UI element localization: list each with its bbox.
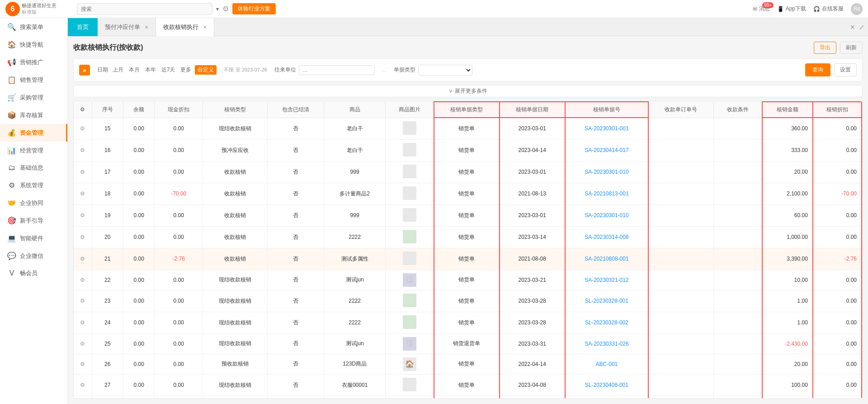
cancel-no-link[interactable]: SA-20230301-010 [585, 169, 628, 175]
sidebar-item-member[interactable]: V 畅会员 [0, 265, 67, 282]
row-cancel-no[interactable]: SA-20230414-017 [565, 139, 648, 161]
row-settings[interactable]: ⚙ [74, 312, 92, 333]
gear-button[interactable]: ⚙ [222, 5, 229, 13]
row-cancel-no[interactable]: SA-20230301-001 [565, 118, 648, 139]
sidebar-item-wechat[interactable]: 💬 企业微信 [0, 247, 67, 265]
query-button[interactable]: 查询 [805, 63, 830, 76]
tab-home[interactable]: 首页 [68, 18, 98, 36]
sidebar-item-search[interactable]: 🔍 搜索菜单 [0, 18, 67, 36]
sidebar-item-finance[interactable]: 💰 资金管理 [0, 124, 67, 142]
dropdown-button[interactable]: ▾ [216, 6, 219, 12]
row-cancel-no[interactable]: SA-20230301-010 [565, 161, 648, 183]
row-goods: 老白干 [324, 139, 385, 161]
cancel-no-link[interactable]: SA-20210808-001 [585, 256, 628, 262]
row-settings[interactable]: ⚙ [74, 226, 92, 248]
avatar[interactable]: Rit [851, 3, 863, 15]
order-type-select[interactable] [418, 65, 472, 76]
row-settings[interactable]: ⚙ [74, 374, 92, 396]
date-btn-this-month[interactable]: 本月 [127, 65, 142, 75]
row-cancel-no[interactable]: SL-20230328-001 [565, 290, 648, 312]
refresh-button[interactable]: 刷新 [840, 42, 863, 54]
sidebar-item-basicinfo[interactable]: 🗂 基础信息 [0, 159, 67, 176]
row-cancel-no[interactable]: SA-20210813-001 [565, 183, 648, 204]
row-cancel-no[interactable]: ABC-001 [565, 354, 648, 374]
sidebar-item-purchase[interactable]: 🛒 采购管理 [0, 89, 67, 106]
content-area: 首页 预付冲应付单 × 收款核销执行 × ✕ ⤢ 收款核销执行(按收款) 导出 … [68, 18, 868, 404]
row-settings[interactable]: ⚙ [74, 354, 92, 374]
row-settings[interactable]: ⚙ [74, 396, 92, 399]
sidebar-item-quicknav[interactable]: 🏠 快捷导航 [0, 36, 67, 53]
tab-prepay-close[interactable]: × [145, 24, 148, 31]
tab-expand-icon[interactable]: ⤢ [859, 24, 864, 31]
tab-collection[interactable]: 收款核销执行 × [156, 18, 214, 36]
row-cancel-no[interactable]: SA-20210808-001 [565, 248, 648, 270]
col-settings-header[interactable]: ⚙ [74, 102, 92, 118]
row-receipt-cond [713, 396, 762, 399]
tab-prepay[interactable]: 预付冲应付单 × [98, 18, 156, 36]
sidebar-item-system[interactable]: ⚙ 系统管理 [0, 176, 67, 194]
row-settings[interactable]: ⚙ [74, 270, 92, 290]
row-cancel-type: 现结收款核销 [203, 290, 268, 312]
row-settings[interactable]: ⚙ [74, 248, 92, 270]
row-cancel-discount: -70.00 [813, 183, 862, 204]
row-cancel-type: 现结收款核销 [203, 270, 268, 290]
expand-more-bar[interactable]: ∨ 展开更多条件 [73, 85, 863, 97]
sidebar-item-enterprise[interactable]: 🤝 企业协同 [0, 194, 67, 212]
row-receipt-cond [713, 290, 762, 312]
online-service-item[interactable]: 🎧 在线客服 [813, 5, 844, 13]
sidebar-item-guide[interactable]: 🎯 新手引导 [0, 212, 67, 229]
date-btn-custom[interactable]: 自定义 [195, 65, 217, 75]
logo-area: 6 畅捷通谱好生意 标准版 [5, 2, 73, 16]
date-btn-this-year[interactable]: 本年 [143, 65, 158, 75]
row-cancel-no[interactable]: SL-20230408-001 [565, 374, 648, 396]
tab-collection-close[interactable]: × [203, 24, 207, 31]
row-settings[interactable]: ⚙ [74, 161, 92, 183]
sidebar-item-hardware[interactable]: 💻 智能硬件 [0, 229, 67, 247]
row-balance: 0.00 [123, 183, 154, 204]
notification-item[interactable]: ✉ 消息 99+ [753, 5, 770, 13]
row-cancel-no[interactable]: SL-20230418-001 [565, 396, 648, 399]
date-btn-7days[interactable]: 近7天 [160, 65, 177, 75]
row-goods-image [385, 118, 434, 139]
row-settings[interactable]: ⚙ [74, 139, 92, 161]
row-cancel-no[interactable]: SA-20230301-010 [565, 204, 648, 226]
sidebar-item-marketing[interactable]: 📢 营销推广 [0, 53, 67, 71]
sidebar-item-sales[interactable]: 📋 销售管理 [0, 71, 67, 89]
cancel-no-link[interactable]: SA-20230331-026 [585, 341, 628, 347]
from-unit-input[interactable] [299, 65, 375, 75]
cancel-no-link[interactable]: SL-20230328-002 [585, 319, 628, 326]
date-btn-more[interactable]: 更多 [179, 65, 193, 75]
industry-button[interactable]: 休验行业方案 [232, 3, 276, 14]
cancel-no-link[interactable]: SA-20230301-010 [585, 212, 628, 219]
app-download-item[interactable]: 📱 App下载 [777, 5, 806, 13]
row-cancel-no[interactable]: SA-20230314-008 [565, 226, 648, 248]
col-cancel-discount-header: 核销折扣 [813, 102, 862, 118]
cancel-no-link[interactable]: SA-20230321-012 [585, 277, 628, 283]
row-settings[interactable]: ⚙ [74, 333, 92, 354]
cancel-no-link[interactable]: SA-20230301-001 [585, 125, 628, 132]
search-input[interactable] [77, 3, 212, 15]
sidebar-item-operations[interactable]: 📊 经营管理 [0, 142, 67, 159]
row-settings[interactable]: ⚙ [74, 204, 92, 226]
row-cancel-no[interactable]: SA-20230321-012 [565, 270, 648, 290]
row-cancel-no[interactable]: SL-20230328-002 [565, 312, 648, 333]
setting-button[interactable]: 设置 [834, 63, 857, 76]
export-button[interactable]: 导出 [814, 42, 836, 54]
filter-expand-button[interactable]: » [79, 65, 90, 76]
row-cancel-no[interactable]: SA-20230331-026 [565, 333, 648, 354]
date-btn-last-month[interactable]: 上月 [111, 65, 125, 75]
row-settings[interactable]: ⚙ [74, 290, 92, 312]
sidebar-item-inventory[interactable]: 📦 库存核算 [0, 106, 67, 124]
row-settings[interactable]: ⚙ [74, 118, 92, 139]
tab-close-all-icon[interactable]: ✕ [850, 24, 855, 31]
row-settings[interactable]: ⚙ [74, 183, 92, 204]
row-receipt-order-no [648, 354, 713, 374]
cancel-no-link[interactable]: SA-20230314-008 [585, 234, 628, 240]
cancel-no-link[interactable]: SL-20230408-001 [585, 382, 628, 388]
cancel-no-link[interactable]: SA-20230414-017 [585, 147, 628, 153]
cancel-no-link[interactable]: ABC-001 [596, 361, 618, 367]
cancel-no-link[interactable]: SL-20230328-001 [585, 298, 628, 304]
cancel-no-link[interactable]: SA-20210813-001 [585, 190, 628, 197]
row-cancel-order-type: 销货单 [434, 248, 500, 270]
row-goods-image [385, 183, 434, 204]
